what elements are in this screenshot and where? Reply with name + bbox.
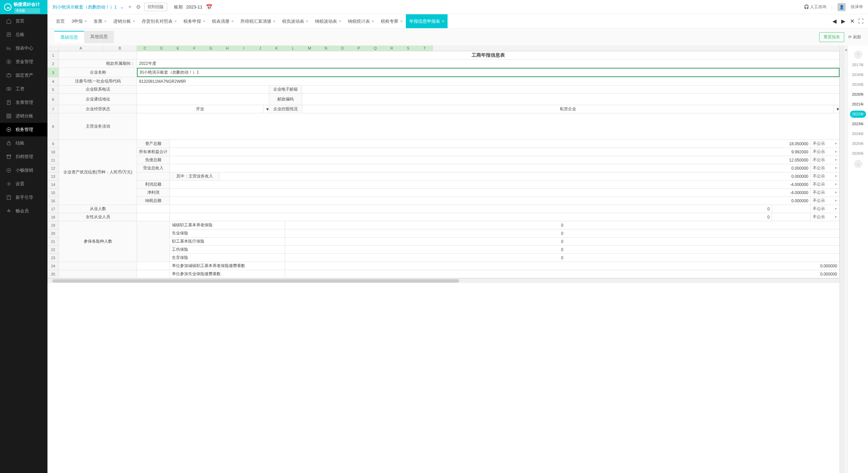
row-header[interactable]: 16: [47, 197, 59, 205]
cell-value[interactable]: 12.050000: [170, 156, 811, 164]
tab-tax-list[interactable]: 税表清册×: [209, 14, 237, 28]
add-account-button[interactable]: ＋: [127, 3, 133, 11]
cell-value[interactable]: 0: [170, 213, 772, 221]
cell-value[interactable]: -4.000000: [170, 189, 811, 196]
col-header[interactable]: L: [285, 45, 302, 51]
cell-value[interactable]: [302, 94, 840, 105]
nav-home[interactable]: 首页: [0, 14, 47, 28]
switch-old-button[interactable]: 切到旧版: [144, 3, 167, 11]
col-header[interactable]: C: [137, 45, 154, 51]
period-value[interactable]: 2023-11: [186, 4, 202, 10]
cell-label[interactable]: 城镇职工基本养老保险: [170, 221, 285, 229]
cell-label[interactable]: 注册号/统一社会信用代码: [59, 77, 137, 85]
cell-value[interactable]: 0: [285, 246, 840, 253]
row-header[interactable]: 7: [47, 105, 59, 113]
tab-tax-expert[interactable]: 税检专家×: [377, 14, 406, 28]
cell-label[interactable]: 税款所属期间：: [59, 60, 137, 68]
close-icon[interactable]: ×: [231, 19, 234, 24]
selected-cell[interactable]: 刘小艳演示账套（勿删勿动！）1: [137, 68, 840, 77]
row-header[interactable]: 2: [47, 60, 59, 68]
spreadsheet[interactable]: A B C D E F G H I J K L M N O P Q: [47, 45, 840, 473]
brand-logo[interactable]: ☁ 畅捷通好会计 专业版: [0, 0, 47, 14]
section-label[interactable]: 参保各险种人数: [59, 221, 137, 262]
cell-value[interactable]: [137, 94, 269, 105]
year-option-active[interactable]: 2022年: [850, 111, 866, 118]
tab-annual-report[interactable]: 年报信息申报表×: [406, 14, 448, 28]
cell-value[interactable]: 0.000000: [170, 197, 811, 205]
cell-label[interactable]: 生育保险: [170, 254, 285, 262]
close-icon[interactable]: ×: [306, 19, 308, 24]
close-icon[interactable]: ×: [273, 19, 275, 24]
cell-label[interactable]: 单位参加城镇职工基本养老保险缴费基数: [170, 262, 285, 270]
col-header[interactable]: E: [170, 45, 186, 51]
col-header[interactable]: B: [103, 45, 137, 51]
row-header[interactable]: 21: [47, 238, 59, 246]
year-option[interactable]: 2020年: [850, 91, 866, 98]
tab-income-tax[interactable]: 所得税汇算清缴×: [237, 14, 279, 28]
display-dropdown[interactable]: 不公示: [811, 140, 840, 148]
vertical-scrollbar[interactable]: [840, 45, 844, 473]
cell-value[interactable]: 0.000000: [285, 270, 840, 278]
cell[interactable]: [137, 221, 170, 262]
cell-value[interactable]: 9.992000: [170, 148, 811, 156]
cell-label[interactable]: 企业联系电话: [59, 86, 137, 93]
account-selector[interactable]: 刘小艳演示账套（勿删勿动！）1 ⌄: [53, 4, 124, 10]
horizontal-scrollbar[interactable]: [47, 278, 840, 283]
nav-inventory[interactable]: 进销台账: [0, 109, 47, 123]
cell-label[interactable]: 资产总额: [137, 140, 170, 148]
row-header[interactable]: 18: [47, 213, 59, 221]
row-header[interactable]: 17: [47, 205, 59, 213]
nav-assets[interactable]: 固定资产: [0, 69, 47, 82]
corner-cell[interactable]: [47, 45, 59, 51]
cell-value[interactable]: [302, 86, 840, 93]
tab-home[interactable]: 首页: [53, 14, 68, 28]
year-option[interactable]: 2025年: [850, 140, 866, 147]
tab-next-button[interactable]: ▶: [839, 17, 848, 26]
tab-tax-stats[interactable]: 纳税统计表×: [344, 14, 377, 28]
cell-value[interactable]: 0: [285, 221, 840, 229]
tab-prev-button[interactable]: ◀: [830, 17, 839, 26]
col-header[interactable]: F: [186, 45, 203, 51]
col-header[interactable]: T: [417, 45, 433, 51]
close-icon[interactable]: ×: [203, 19, 205, 24]
dropdown-value[interactable]: 开业: [137, 105, 263, 113]
year-down-button[interactable]: ⌄: [854, 160, 862, 168]
cell-label[interactable]: 企业电子邮箱: [269, 86, 302, 93]
nav-archive[interactable]: 归档管理: [0, 150, 47, 164]
sheet-title[interactable]: 工商年报信息表: [137, 51, 840, 59]
col-header[interactable]: N: [318, 45, 335, 51]
col-header[interactable]: P: [351, 45, 368, 51]
cell-value[interactable]: 0: [285, 229, 840, 237]
cell-label[interactable]: 工伤保险: [170, 246, 285, 253]
row-header[interactable]: 10: [47, 148, 59, 156]
col-header[interactable]: H: [219, 45, 236, 51]
close-icon[interactable]: ×: [339, 19, 341, 24]
nav-close[interactable]: 结账: [0, 136, 47, 150]
nav-funds[interactable]: 资金管理: [0, 55, 47, 69]
display-dropdown[interactable]: 不公示: [811, 172, 840, 180]
cell-value[interactable]: 91320811MA7NGR2W6R: [137, 77, 840, 85]
nav-tax[interactable]: 税务管理: [0, 123, 47, 136]
cell-value[interactable]: -4.000000: [170, 181, 811, 188]
row-header[interactable]: 11: [47, 156, 59, 164]
display-dropdown[interactable]: 不公示: [811, 197, 840, 205]
nav-invoice[interactable]: 发票管理: [0, 96, 47, 109]
col-header[interactable]: G: [203, 45, 219, 51]
close-icon[interactable]: ×: [372, 19, 374, 24]
cell[interactable]: [59, 262, 137, 270]
tab-close-all-button[interactable]: ✕: [848, 17, 856, 26]
cell[interactable]: [59, 270, 137, 278]
cell-value[interactable]: [137, 86, 269, 93]
row-header[interactable]: 8: [47, 113, 59, 139]
user-name[interactable]: 徐泽华: [851, 4, 863, 10]
year-option[interactable]: 2019年: [850, 81, 866, 88]
tab-tax-declare[interactable]: 税务申报×: [180, 14, 209, 28]
nav-vip[interactable]: 畅会员: [0, 204, 47, 218]
col-header[interactable]: O: [334, 45, 351, 51]
close-icon[interactable]: ×: [442, 19, 444, 24]
tab-invoice[interactable]: 发票×: [90, 14, 110, 28]
nav-salary[interactable]: 工资: [0, 82, 47, 96]
col-header[interactable]: S: [400, 45, 417, 51]
account-settings-button[interactable]: ⚙: [136, 4, 141, 10]
col-header[interactable]: J: [252, 45, 269, 51]
